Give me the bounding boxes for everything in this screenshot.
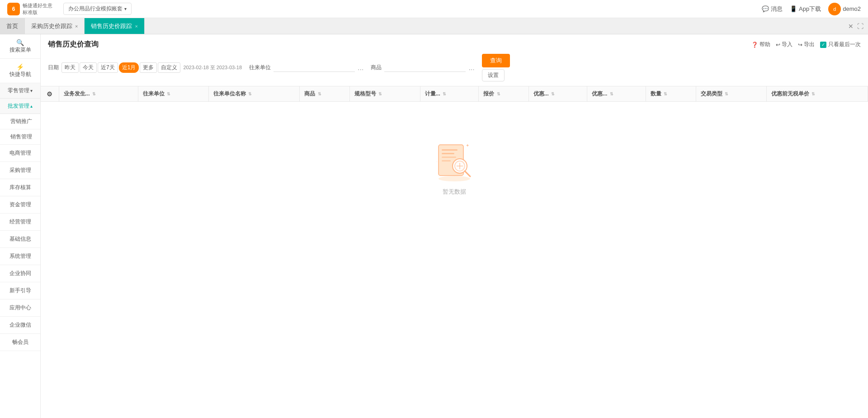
- date-btn-today[interactable]: 今天: [80, 62, 97, 73]
- column-pretax-price[interactable]: 优惠前无税单价 ⇅: [766, 86, 868, 102]
- column-quote[interactable]: 报价 ⇅: [479, 86, 529, 102]
- sidebar-item-ecommerce[interactable]: 电商管理: [0, 145, 40, 162]
- sidebar-item-system-label: 系统管理: [2, 252, 38, 260]
- tab-purchase-history-close[interactable]: ×: [75, 24, 78, 29]
- only-last-checkbox[interactable]: ✓ 只看最后一次: [820, 41, 861, 48]
- column-discount2[interactable]: 优惠... ⇅: [587, 86, 646, 102]
- sidebar-item-wholesale-label: 批发管理: [8, 102, 29, 110]
- sidebar-item-wholesale[interactable]: 批发管理 ▴: [0, 99, 40, 114]
- column-gear[interactable]: ⚙: [41, 86, 59, 102]
- partner-input[interactable]: [274, 63, 355, 72]
- column-qty[interactable]: 数量 ⇅: [646, 86, 696, 102]
- user-profile[interactable]: d demo2: [828, 3, 861, 15]
- sidebar-item-appstore[interactable]: 应用中心: [0, 299, 40, 317]
- sort-icon: ⇅: [248, 92, 252, 96]
- sort-icon: ⇅: [167, 92, 170, 96]
- sidebar-item-enterprise[interactable]: 企业协同: [0, 265, 40, 282]
- chevron-up-icon: ▴: [30, 104, 33, 109]
- tab-home-label: 首页: [6, 22, 18, 30]
- svg-rect-5: [442, 160, 451, 162]
- only-last-label: 只看最后一次: [828, 41, 861, 48]
- sidebar-item-marketing-label: 营销推广: [4, 118, 38, 125]
- sidebar-item-purchase-label: 采购管理: [2, 166, 38, 174]
- avatar: d: [828, 3, 841, 15]
- topbar-left: 6 畅捷通好生意 标准版 办公用品行业模拟账套 ▾: [7, 2, 132, 15]
- column-trade-type[interactable]: 交易类型 ⇅: [696, 86, 766, 102]
- export-link[interactable]: ↪ 导出: [798, 41, 815, 48]
- sidebar-item-purchase[interactable]: 采购管理: [0, 162, 40, 179]
- sidebar-item-wechat[interactable]: 企业微信: [0, 317, 40, 334]
- table-container: ⚙ 业务发生... ⇅ 往来单位 ⇅ 往来单位名称 ⇅: [41, 86, 868, 418]
- tab-sales-history[interactable]: 销售历史价跟踪 ×: [85, 18, 144, 34]
- sidebar-item-search[interactable]: 🔍 搜索菜单: [0, 34, 40, 59]
- sidebar-item-newguide[interactable]: 新手引导: [0, 282, 40, 299]
- close-all-icon[interactable]: ✕: [848, 23, 854, 30]
- sidebar-item-member[interactable]: 畅会员: [0, 334, 40, 351]
- help-link[interactable]: ❓ 帮助: [751, 41, 770, 48]
- product-dots-button[interactable]: ...: [468, 64, 474, 72]
- sidebar-item-inventory[interactable]: 库存核算: [0, 179, 40, 196]
- date-label: 日期: [48, 64, 59, 71]
- column-unit[interactable]: 计量... ⇅: [420, 86, 479, 102]
- logo-area: 6 畅捷通好生意 标准版: [7, 2, 52, 15]
- column-biz-date[interactable]: 业务发生... ⇅: [59, 86, 138, 102]
- sort-icon: ⇅: [443, 92, 446, 96]
- download-button[interactable]: 📱 App下载: [790, 5, 821, 13]
- gear-icon[interactable]: ⚙: [47, 90, 52, 98]
- sidebar-item-shortcuts[interactable]: ⚡ 快捷导航: [0, 59, 40, 83]
- shortcuts-icon: ⚡: [2, 63, 38, 71]
- help-label: 帮助: [760, 41, 770, 48]
- tab-sales-history-label: 销售历史价跟踪: [91, 22, 132, 30]
- column-partner-code[interactable]: 往来单位 ⇅: [138, 86, 208, 102]
- tabbar-actions: ✕ ⛶: [844, 18, 868, 34]
- sidebar-item-retail[interactable]: 零售管理 ▾: [0, 83, 40, 99]
- product-input-group: ...: [384, 63, 474, 72]
- tab-purchase-history[interactable]: 采购历史价跟踪 ×: [25, 18, 85, 34]
- product-label: 商品: [371, 64, 382, 71]
- date-range-display: 2023-02-18 至 2023-03-18: [183, 64, 242, 71]
- sidebar-item-operations-label: 经营管理: [2, 218, 38, 226]
- username-label: demo2: [843, 5, 861, 12]
- sidebar-item-marketing[interactable]: 营销推广: [0, 114, 40, 129]
- tabbar: 首页 采购历史价跟踪 × 销售历史价跟踪 × ✕ ⛶: [0, 18, 868, 34]
- tab-sales-history-close[interactable]: ×: [135, 24, 137, 29]
- sidebar-item-operations[interactable]: 经营管理: [0, 214, 40, 231]
- sidebar-item-system[interactable]: 系统管理: [0, 248, 40, 265]
- app-selector-label: 办公用品行业模拟账套: [68, 5, 123, 13]
- app-selector[interactable]: 办公用品行业模拟账套 ▾: [63, 3, 132, 15]
- svg-point-0: [439, 176, 470, 181]
- empty-illustration: ✦ ·: [427, 138, 481, 183]
- column-discount1[interactable]: 优惠... ⇅: [528, 86, 587, 102]
- maximize-icon[interactable]: ⛶: [857, 23, 863, 30]
- date-btn-custom[interactable]: 自定义: [158, 62, 180, 73]
- product-input[interactable]: [384, 63, 466, 72]
- column-spec[interactable]: 规格型号 ⇅: [349, 86, 420, 102]
- sidebar-item-finance[interactable]: 资金管理: [0, 196, 40, 214]
- tab-home[interactable]: 首页: [0, 18, 25, 34]
- export-label: 导出: [804, 41, 815, 48]
- date-filter: 日期 昨天 今天 近7天 近1月 更多 自定义 2023-02-18 至 202…: [48, 62, 242, 73]
- import-link[interactable]: ↩ 导入: [776, 41, 793, 48]
- sidebar-item-basics[interactable]: 基础信息: [0, 231, 40, 248]
- empty-state: ✦ · 暂无数据: [41, 102, 868, 232]
- date-btn-1month[interactable]: 近1月: [119, 62, 139, 73]
- settings-button[interactable]: 设置: [482, 69, 505, 81]
- filter-row: 日期 昨天 今天 近7天 近1月 更多 自定义 2023-02-18 至 202…: [48, 54, 861, 86]
- partner-filter: 往来单位 ...: [249, 63, 363, 72]
- column-product[interactable]: 商品 ⇅: [300, 86, 350, 102]
- column-partner-name[interactable]: 往来单位名称 ⇅: [208, 86, 300, 102]
- sort-icon: ⇅: [378, 92, 382, 96]
- search-button[interactable]: 查询: [482, 54, 510, 67]
- table-body: ✦ · 暂无数据: [41, 102, 868, 233]
- sidebar-item-sales-mgmt[interactable]: 销售管理: [0, 129, 40, 145]
- page-header: 销售历史价查询 ❓ 帮助 ↩ 导入 ↪ 导出 ✓: [41, 34, 868, 86]
- date-btn-7days[interactable]: 近7天: [98, 62, 118, 73]
- date-btn-yesterday[interactable]: 昨天: [61, 62, 79, 73]
- download-label: App下载: [799, 5, 821, 13]
- sidebar-item-search-label: 搜索菜单: [2, 46, 38, 54]
- date-btn-more[interactable]: 更多: [140, 62, 157, 73]
- message-button[interactable]: 💬 消息: [762, 5, 783, 13]
- import-icon: ↩: [776, 42, 780, 48]
- partner-dots-button[interactable]: ...: [358, 64, 363, 72]
- sort-icon: ⇅: [551, 92, 555, 96]
